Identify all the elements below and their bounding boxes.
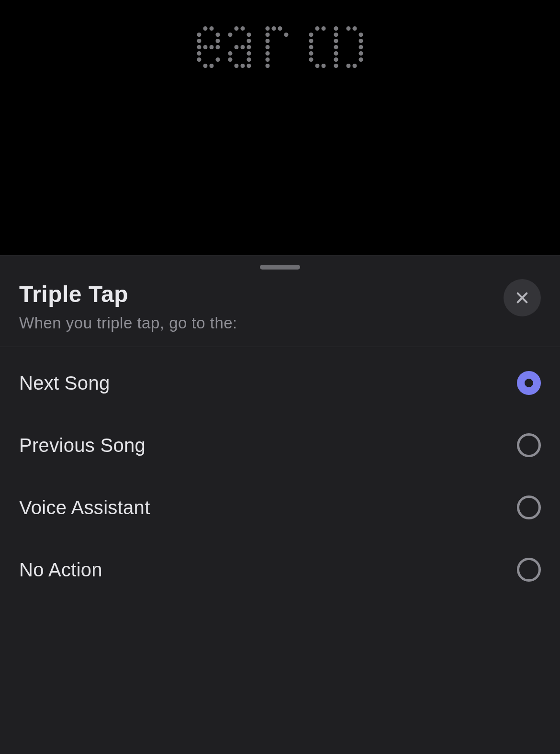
close-icon (515, 290, 530, 305)
option-previous-song[interactable]: Previous Song (19, 414, 541, 476)
close-button[interactable] (504, 279, 541, 316)
triple-tap-sheet: Triple Tap When you triple tap, go to th… (0, 255, 560, 754)
option-label: Voice Assistant (19, 497, 150, 518)
option-label: No Action (19, 559, 102, 581)
dotmatrix-text (197, 26, 363, 68)
option-label: Next Song (19, 372, 110, 394)
option-next-song[interactable]: Next Song (19, 352, 541, 414)
option-label: Previous Song (19, 435, 146, 456)
radio-icon (517, 495, 541, 519)
sheet-header: Triple Tap When you triple tap, go to th… (0, 255, 560, 347)
product-title (197, 26, 363, 68)
option-no-action[interactable]: No Action (19, 539, 541, 601)
radio-icon (517, 558, 541, 582)
radio-icon (517, 371, 541, 395)
option-voice-assistant[interactable]: Voice Assistant (19, 476, 541, 539)
sheet-subtitle: When you triple tap, go to the: (19, 314, 541, 332)
radio-icon (517, 433, 541, 457)
options-list: Next Song Previous Song Voice Assistant … (0, 347, 560, 601)
sheet-title: Triple Tap (19, 281, 541, 307)
